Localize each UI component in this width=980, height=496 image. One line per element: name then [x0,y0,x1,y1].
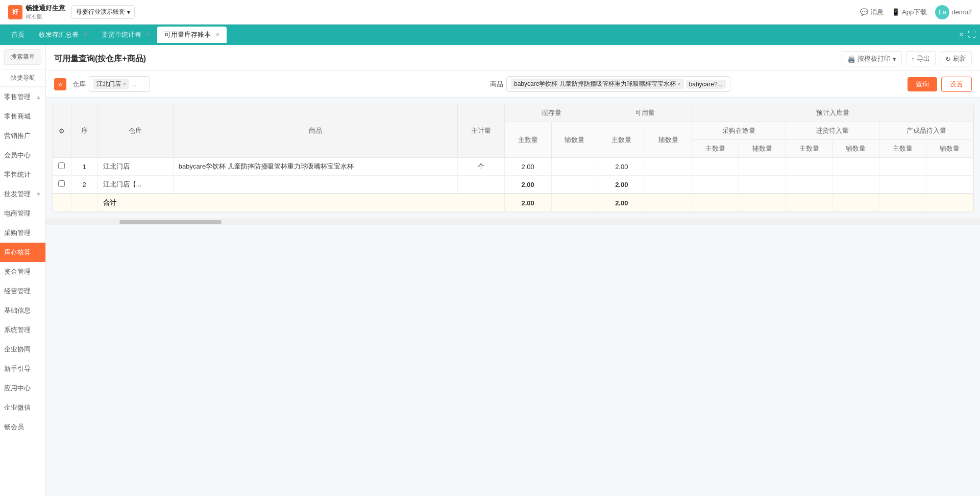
sidebar: 搜索菜单 快捷导航 零售管理 ▲ 零售商城 营销推广 会员中心 零售统计 批发管… [0,45,46,496]
scrollbar-thumb[interactable] [119,220,222,224]
td-checkbox-2[interactable] [53,176,71,194]
tab-order-stats-close[interactable]: × [146,31,150,38]
th-warehouse: 仓库 [97,104,173,158]
sidebar-item-retail-mall[interactable]: 零售商城 [0,107,45,126]
tenant-selector[interactable]: 母婴行业演示账套 ▾ [71,5,135,19]
td-inbound-aux-2 [832,176,879,194]
sidebar-item-system[interactable]: 系统管理 [0,320,45,340]
nav-tabs: 首页 收发存汇总表 × 要货单统计表 × 可用量库存账本 × × ⛶ [0,25,980,45]
sidebar-item-purchase-label: 采购管理 [4,228,31,238]
settings-filter-btn[interactable]: 设置 [941,77,972,92]
sidebar-item-member[interactable]: 畅会员 [0,417,45,437]
warehouse-input[interactable]: 江北门店 × ... [89,76,150,92]
tab-receipts-close[interactable]: × [84,31,87,38]
refresh-icon: ↻ [945,55,951,63]
sidebar-item-member-center-label: 会员中心 [4,151,31,160]
user-name: demo2 [951,8,972,16]
sidebar-expand-icon: ▲ [36,94,41,100]
tab-receipts-label: 收发存汇总表 [39,30,79,39]
export-btn[interactable]: ↑ 导出 [906,51,936,66]
app-download-label: App下载 [902,8,927,17]
tenant-dropdown-icon: ▾ [127,9,130,16]
sidebar-item-basic-info[interactable]: 基础信息 [0,301,45,320]
tenant-name: 母婴行业演示账套 [76,8,125,16]
product-tag-1-close[interactable]: × [678,81,681,87]
sidebar-item-enterprise-collab-label: 企业协同 [4,345,31,354]
close-all-tabs-btn[interactable]: × [959,30,964,39]
td-product-1: babycare学饮杯 儿童防摔防撞吸管杯重力球吸嘴杯宝宝水杯 [173,158,457,176]
filter-bar: » 仓库 江北门店 × ... 商品 babycare学饮杯 儿童防摔防撞吸管杯… [46,71,980,98]
td-production-main-2 [879,176,926,194]
fullscreen-btn[interactable]: ⛶ [968,30,976,39]
app-download-btn[interactable]: 📱 App下载 [892,8,927,17]
message-label: 消息 [870,8,884,17]
warehouse-more[interactable]: ... [131,81,136,88]
sidebar-item-retail-stats[interactable]: 零售统计 [0,165,45,184]
th-current-stock-group: 现存量 [504,104,598,122]
td-current-aux-2 [551,176,598,194]
sidebar-item-app-center[interactable]: 应用中心 [0,379,45,398]
horizontal-scrollbar[interactable] [46,219,980,225]
app-icon: 📱 [892,8,900,16]
td-warehouse-1: 江北门店 [97,158,173,176]
search-menu-btn[interactable]: 搜索菜单 [4,49,41,65]
sidebar-item-retail-mgmt[interactable]: 零售管理 ▲ [0,87,45,107]
sidebar-search-area: 搜索菜单 [0,45,45,69]
query-btn[interactable]: 查询 [908,77,937,91]
tab-available-stock[interactable]: 可用量库存账本 × [157,27,227,43]
sidebar-item-enterprise-wechat[interactable]: 企业微信 [0,398,45,417]
warehouse-tag-value: 江北门店 [96,80,121,88]
sidebar-item-operations-label: 经营管理 [4,287,31,296]
th-planned-inbound-group: 预计入库量 [692,104,973,122]
warehouse-tag-close[interactable]: × [123,81,126,87]
logo-area: 好 畅捷通好生意 标准版 [8,4,65,20]
table-row: 1 江北门店 babycare学饮杯 儿童防摔防撞吸管杯重力球吸嘴杯宝宝水杯 个… [53,158,973,176]
th-inbound-main: 主数量 [786,140,832,158]
summary-purchase-aux [739,194,786,212]
main-layout: 搜索菜单 快捷导航 零售管理 ▲ 零售商城 营销推广 会员中心 零售统计 批发管… [0,45,980,496]
td-production-aux-1 [926,158,973,176]
avatar-text: Ea [939,9,946,16]
quick-nav-btn[interactable]: 快捷导航 [0,69,45,87]
td-product-2 [173,176,457,194]
summary-no [71,194,97,212]
sidebar-item-finance[interactable]: 资金管理 [0,262,45,281]
sidebar-item-inventory[interactable]: 库存核算 [0,243,45,262]
product-input[interactable]: babycare学饮杯 儿童防摔防撞吸管杯重力球吸嘴杯宝宝水杯 × babyca… [506,76,730,92]
sidebar-item-ecommerce[interactable]: 电商管理 [0,204,45,223]
td-production-aux-2 [926,176,973,194]
refresh-btn[interactable]: ↻ 刷新 [940,51,972,66]
sidebar-item-operations[interactable]: 经营管理 [0,281,45,301]
logo-icon: 好 [8,5,22,19]
sidebar-item-wholesale-mgmt[interactable]: 批发管理 ▼ [0,184,45,204]
table-header-row-1: ⚙ 序 仓库 商品 主计量 现存量 可用量 预计入库量 [53,104,973,122]
row-2-checkbox[interactable] [58,180,65,187]
tab-receipts[interactable]: 收发存汇总表 × [32,27,94,43]
print-btn[interactable]: 🖨️ 按模板打印 ▾ [842,51,902,66]
message-btn[interactable]: 💬 消息 [860,8,884,17]
sidebar-item-member-center[interactable]: 会员中心 [0,146,45,165]
row-1-checkbox[interactable] [58,162,65,169]
sidebar-item-system-label: 系统管理 [4,325,31,335]
sidebar-item-app-center-label: 应用中心 [4,384,31,393]
td-current-aux-1 [551,158,598,176]
td-avail-aux-1 [645,158,692,176]
sidebar-item-purchase[interactable]: 采购管理 [0,223,45,243]
td-avail-aux-2 [645,176,692,194]
td-unit-1: 个 [457,158,504,176]
filter-expand-btn[interactable]: » [54,78,66,90]
td-checkbox[interactable] [53,158,71,176]
wholesale-expand-icon: ▼ [36,191,41,197]
sidebar-item-new-guide[interactable]: 新手引导 [0,359,45,379]
logo-text: 畅捷通好生意 [26,4,65,13]
sidebar-item-enterprise-collab[interactable]: 企业协同 [0,340,45,359]
top-bar-left: 好 畅捷通好生意 标准版 母婴行业演示账套 ▾ [8,4,135,20]
product-tag-1-value: babycare学饮杯 儿童防摔防撞吸管杯重力球吸嘴杯宝宝水杯 [514,80,676,88]
user-area[interactable]: Ea demo2 [935,5,972,19]
th-current-aux: 辅数量 [551,122,598,158]
tab-order-stats[interactable]: 要货单统计表 × [94,27,157,43]
sidebar-item-marketing[interactable]: 营销推广 [0,126,45,146]
tab-home[interactable]: 首页 [4,27,32,43]
product-tag-2-value: babycare?... [689,81,723,88]
tab-available-stock-close[interactable]: × [216,31,219,38]
